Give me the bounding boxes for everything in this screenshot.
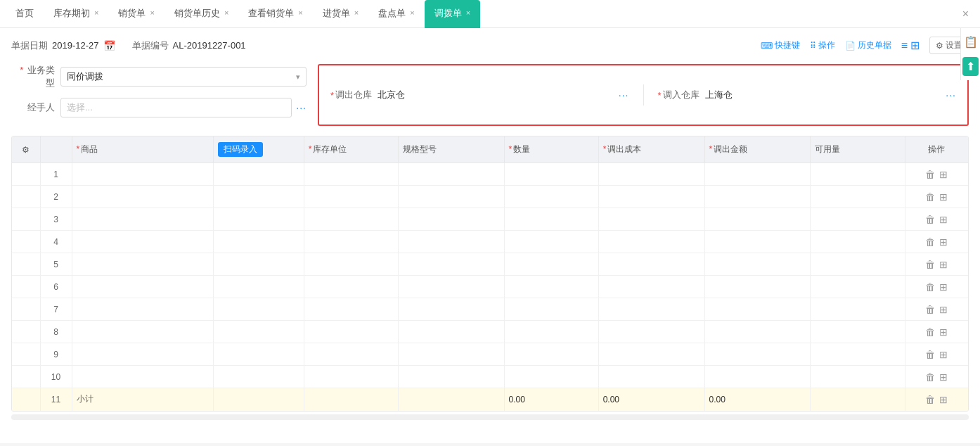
sidebar-doc-icon[interactable]: 📋 bbox=[961, 32, 981, 51]
tab-home[interactable]: 首页 bbox=[6, 0, 44, 28]
tab-sales-order-close[interactable]: × bbox=[150, 9, 154, 17]
tab-bar-close-button[interactable]: × bbox=[957, 8, 974, 20]
row-product-cell[interactable] bbox=[72, 276, 213, 298]
horizontal-scrollbar[interactable] bbox=[11, 414, 969, 420]
row-delete-icon[interactable]: 🗑 bbox=[925, 236, 935, 248]
operations-link[interactable]: ⠿ 操作 bbox=[810, 39, 835, 51]
row-product-cell[interactable] bbox=[72, 321, 213, 343]
tab-inventory-check-close[interactable]: × bbox=[410, 9, 414, 17]
row-copy-icon[interactable]: ⊞ bbox=[939, 326, 948, 338]
tab-inventory-init[interactable]: 库存期初 × bbox=[44, 0, 108, 28]
row-delete-icon[interactable]: 🗑 bbox=[925, 371, 935, 383]
row-product-cell[interactable] bbox=[72, 253, 213, 276]
layout-icon-2[interactable]: ⊞ bbox=[910, 39, 920, 52]
row-copy-icon[interactable]: ⊞ bbox=[939, 214, 948, 225]
row-cost-cell[interactable] bbox=[598, 231, 704, 253]
row-qty-cell[interactable] bbox=[504, 208, 598, 231]
row-copy-icon[interactable]: ⊞ bbox=[939, 191, 948, 203]
row-product-cell[interactable] bbox=[72, 186, 213, 208]
row-cost-cell[interactable] bbox=[598, 343, 704, 366]
row-qty-cell[interactable] bbox=[504, 366, 598, 388]
row-delete-icon[interactable]: 🗑 bbox=[925, 326, 935, 338]
row-cost-cell[interactable] bbox=[598, 186, 704, 208]
row-amount-cell[interactable] bbox=[704, 343, 811, 366]
tab-purchase-order[interactable]: 进货单 × bbox=[313, 0, 368, 28]
row-cost-cell[interactable] bbox=[598, 321, 704, 343]
row-delete-icon[interactable]: 🗑 bbox=[925, 281, 935, 293]
row-cost-cell[interactable] bbox=[598, 253, 704, 276]
row-amount-cell[interactable] bbox=[704, 276, 811, 298]
row-delete-icon[interactable]: 🗑 bbox=[925, 304, 935, 315]
row-qty-cell[interactable] bbox=[504, 343, 598, 366]
th-settings[interactable]: ⚙ bbox=[12, 136, 40, 163]
row-product-cell[interactable] bbox=[72, 343, 213, 366]
tab-sales-order[interactable]: 销货单 × bbox=[108, 0, 164, 28]
row-amount-cell[interactable] bbox=[704, 231, 811, 253]
row-cost-cell[interactable] bbox=[598, 276, 704, 298]
row-amount-cell[interactable] bbox=[704, 366, 811, 388]
source-warehouse-more-icon[interactable]: ··· bbox=[619, 89, 629, 101]
tab-inventory-check[interactable]: 盘点单 × bbox=[368, 0, 424, 28]
sidebar-expand-icon[interactable]: ⬆ bbox=[962, 57, 979, 76]
row-delete-icon[interactable]: 🗑 bbox=[925, 349, 935, 360]
row-copy-icon[interactable]: ⊞ bbox=[939, 281, 948, 293]
row-product-cell[interactable] bbox=[72, 298, 213, 321]
row-spec-cell bbox=[398, 276, 504, 298]
row-copy-icon[interactable]: ⊞ bbox=[939, 304, 948, 315]
row-product-cell[interactable] bbox=[72, 366, 213, 388]
row-copy-icon[interactable]: ⊞ bbox=[939, 371, 948, 383]
row-qty-cell[interactable] bbox=[504, 298, 598, 321]
tab-view-sales[interactable]: 查看销货单 × bbox=[238, 0, 312, 28]
operator-more-icon[interactable]: ··· bbox=[296, 102, 307, 113]
tab-sales-history[interactable]: 销货单历史 × bbox=[165, 0, 238, 28]
tab-transfer-order[interactable]: 调拨单 × bbox=[425, 0, 480, 28]
row-delete-icon[interactable]: 🗑 bbox=[925, 169, 935, 180]
row-amount-cell[interactable] bbox=[704, 208, 811, 231]
calendar-icon[interactable]: 📅 bbox=[103, 40, 115, 51]
layout-icon-1[interactable]: ≡ bbox=[901, 39, 908, 52]
row-amount-cell[interactable] bbox=[704, 163, 811, 186]
date-value[interactable]: 2019-12-27 bbox=[52, 40, 99, 51]
row-product-cell[interactable] bbox=[72, 231, 213, 253]
row-copy-icon[interactable]: ⊞ bbox=[939, 169, 948, 180]
scan-button[interactable]: 扫码录入 bbox=[218, 142, 263, 157]
row-amount-cell[interactable] bbox=[704, 253, 811, 276]
row-cost-cell[interactable] bbox=[598, 208, 704, 231]
row-delete-icon[interactable]: 🗑 bbox=[925, 259, 935, 270]
row-amount-cell[interactable] bbox=[704, 186, 811, 208]
row-qty-cell[interactable] bbox=[504, 321, 598, 343]
subtotal-delete-icon[interactable]: 🗑 bbox=[925, 394, 935, 405]
row-product-cell[interactable] bbox=[72, 208, 213, 231]
row-product-cell[interactable] bbox=[72, 163, 213, 186]
source-warehouse-value[interactable]: 北京仓 bbox=[378, 89, 619, 101]
history-link[interactable]: 📄 历史单据 bbox=[845, 39, 891, 51]
row-qty-cell[interactable] bbox=[504, 276, 598, 298]
target-warehouse-more-icon[interactable]: ··· bbox=[946, 89, 956, 101]
row-cost-cell[interactable] bbox=[598, 366, 704, 388]
row-copy-icon[interactable]: ⊞ bbox=[939, 236, 948, 248]
row-qty-cell[interactable] bbox=[504, 186, 598, 208]
row-amount-cell[interactable] bbox=[704, 321, 811, 343]
row-qty-cell[interactable] bbox=[504, 253, 598, 276]
row-delete-icon[interactable]: 🗑 bbox=[925, 214, 935, 225]
row-spec-cell bbox=[398, 253, 504, 276]
row-cost-cell[interactable] bbox=[598, 163, 704, 186]
subtotal-copy-icon[interactable]: ⊞ bbox=[939, 394, 948, 405]
tab-inventory-init-close[interactable]: × bbox=[94, 9, 98, 17]
row-settings-cell bbox=[12, 343, 40, 366]
row-amount-cell[interactable] bbox=[704, 298, 811, 321]
row-copy-icon[interactable]: ⊞ bbox=[939, 259, 948, 270]
row-copy-icon[interactable]: ⊞ bbox=[939, 349, 948, 360]
row-qty-cell[interactable] bbox=[504, 163, 598, 186]
tab-transfer-order-close[interactable]: × bbox=[466, 9, 470, 17]
tab-sales-history-close[interactable]: × bbox=[224, 9, 228, 17]
operator-select[interactable]: 选择... bbox=[60, 98, 292, 117]
tab-view-sales-close[interactable]: × bbox=[298, 9, 302, 17]
shortcuts-link[interactable]: ⌨ 快捷键 bbox=[761, 39, 800, 51]
row-cost-cell[interactable] bbox=[598, 298, 704, 321]
target-warehouse-value[interactable]: 上海仓 bbox=[705, 89, 946, 101]
row-qty-cell[interactable] bbox=[504, 231, 598, 253]
business-type-select[interactable]: 同价调拨 ▾ bbox=[60, 67, 307, 87]
row-delete-icon[interactable]: 🗑 bbox=[925, 191, 935, 203]
tab-purchase-order-close[interactable]: × bbox=[354, 9, 359, 17]
